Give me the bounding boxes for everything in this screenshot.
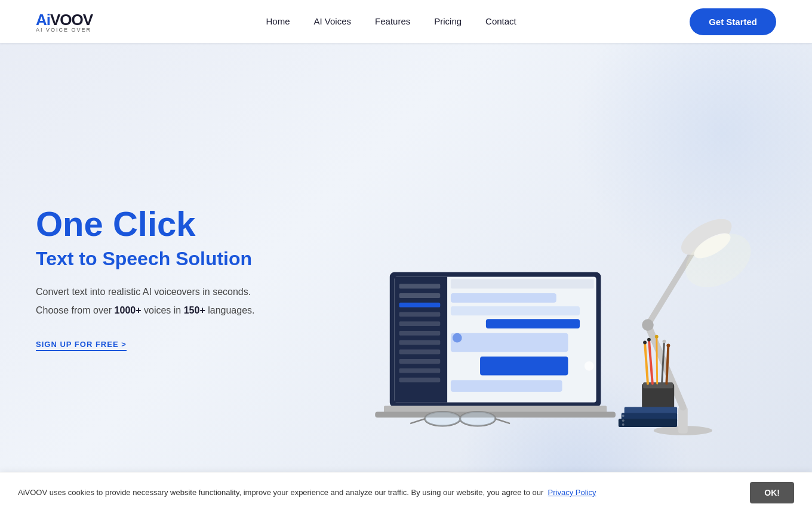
- nav-home[interactable]: Home: [266, 16, 290, 26]
- svg-point-39: [425, 411, 460, 426]
- svg-rect-25: [451, 306, 580, 316]
- logo-subtitle: AI VOICE OVER: [36, 27, 93, 33]
- svg-line-47: [666, 345, 668, 383]
- svg-rect-15: [399, 312, 441, 317]
- svg-line-46: [662, 342, 665, 384]
- svg-rect-22: [399, 377, 441, 382]
- hero-section: One Click Text to Speech Solution Conver…: [0, 0, 812, 513]
- svg-rect-14: [399, 303, 441, 308]
- svg-point-34: [425, 411, 460, 426]
- svg-line-44: [649, 340, 653, 384]
- hero-subtitle: Text to Speech Solution: [36, 248, 254, 270]
- hero-signup-cta[interactable]: SIGN UP FOR FREE >: [36, 340, 127, 351]
- svg-rect-16: [399, 321, 441, 326]
- svg-rect-26: [486, 319, 580, 328]
- svg-point-4: [642, 319, 654, 331]
- svg-point-52: [666, 344, 670, 348]
- hero-desc-line1: Convert text into realistic AI voiceover…: [36, 284, 254, 300]
- navbar: Ai VOOV AI VOICE OVER Home AI Voices Fea…: [0, 0, 812, 43]
- svg-point-51: [663, 340, 666, 343]
- hero-image-area: [284, 43, 812, 513]
- nav-contact[interactable]: Contact: [485, 16, 516, 26]
- svg-rect-27: [451, 333, 568, 352]
- nav-features[interactable]: Features: [375, 16, 410, 26]
- logo-block: Ai VOOV AI VOICE OVER: [36, 11, 93, 33]
- svg-rect-13: [399, 293, 441, 298]
- svg-rect-20: [399, 359, 441, 364]
- logo-link[interactable]: Ai VOOV AI VOICE OVER: [36, 11, 93, 33]
- nav-links: Home AI Voices Features Pricing Contact: [266, 16, 516, 27]
- svg-rect-19: [399, 349, 441, 354]
- cookie-banner: AiVOOV uses cookies to provide necessary…: [0, 472, 812, 513]
- svg-rect-12: [399, 284, 441, 288]
- cookie-ok-button[interactable]: OK!: [750, 482, 794, 503]
- svg-rect-11: [395, 277, 447, 403]
- svg-point-48: [643, 341, 647, 345]
- hero-desc-line2: Choose from over 1000+ voices in 150+ la…: [36, 303, 254, 318]
- get-started-button[interactable]: Get Started: [690, 8, 776, 35]
- nav-ai-voices[interactable]: AI Voices: [313, 16, 351, 26]
- hero-desc-mid: voices in: [142, 305, 184, 315]
- svg-rect-17: [399, 331, 441, 336]
- svg-rect-23: [451, 279, 594, 288]
- svg-point-49: [647, 338, 651, 342]
- cookie-message: AiVOOV uses cookies to provide necessary…: [18, 488, 543, 497]
- svg-line-37: [410, 419, 425, 423]
- svg-rect-21: [399, 368, 441, 373]
- cookie-text: AiVOOV uses cookies to provide necessary…: [18, 487, 596, 499]
- svg-point-50: [655, 335, 659, 339]
- hero-title: One Click: [36, 205, 254, 243]
- nav-pricing[interactable]: Pricing: [434, 16, 462, 26]
- privacy-policy-link[interactable]: Privacy Policy: [548, 488, 596, 497]
- hero-desc-prefix: Choose from over: [36, 305, 115, 315]
- svg-rect-24: [451, 293, 556, 303]
- svg-point-30: [453, 333, 462, 343]
- hero-content: One Click Text to Speech Solution Conver…: [0, 169, 290, 387]
- svg-line-43: [645, 343, 648, 384]
- svg-line-45: [657, 337, 657, 384]
- hero-lang-count: 150+: [184, 305, 205, 315]
- svg-rect-42: [643, 382, 673, 388]
- hero-voices-count: 1000+: [115, 305, 142, 315]
- hero-desc-suffix: languages.: [205, 305, 255, 315]
- svg-rect-18: [399, 340, 441, 345]
